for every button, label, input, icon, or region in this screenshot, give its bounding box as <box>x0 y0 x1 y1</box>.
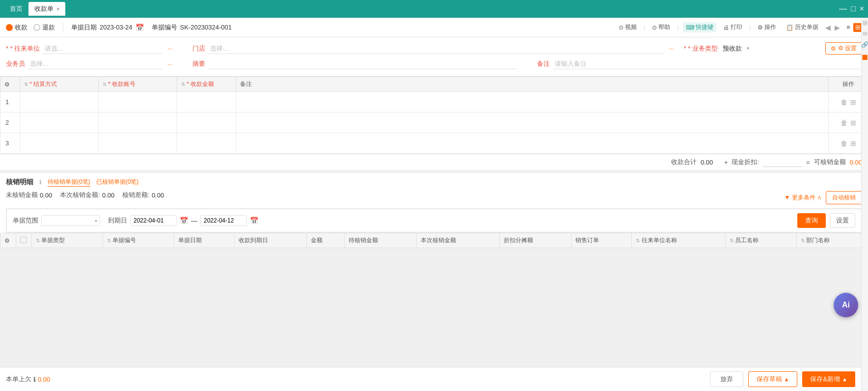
counterpart-label: * 往来单位 <box>6 44 40 53</box>
table-row: 3 🗑 ⊞ <box>0 133 868 154</box>
row2-account[interactable] <box>99 112 177 133</box>
remark-input[interactable] <box>553 58 862 69</box>
total-value: 0.00 <box>701 159 720 166</box>
discard-button[interactable]: 放弃 <box>710 371 743 387</box>
refund-radio[interactable]: 退款 <box>33 23 55 32</box>
staff-input[interactable] <box>28 58 163 69</box>
recon-actions: ▼ 更多条件 ∧ 自动核销 <box>784 191 862 204</box>
unchecked-label: 未核销金额 <box>6 191 38 199</box>
staff-field: 业务员 ··· <box>6 58 173 69</box>
staff-more-btn[interactable]: ··· <box>167 60 173 68</box>
operation-btn[interactable]: ⚙ 操作 <box>755 22 779 32</box>
recon-tab-pending[interactable]: 待核销单据(0笔) <box>48 178 90 187</box>
list-layout-icon[interactable]: ≡ <box>844 23 853 32</box>
summary-label: 摘要 <box>192 59 205 68</box>
row1-copy-icon[interactable]: ⊞ <box>850 98 856 106</box>
date-calendar-icon[interactable]: 📅 <box>136 24 144 31</box>
remark-field: 备注 <box>537 58 862 69</box>
row2-delete-icon[interactable]: 🗑 <box>841 119 847 127</box>
remark-label: 备注 <box>537 59 550 68</box>
sidebar-link-icon[interactable]: 🔗 <box>861 41 868 48</box>
btcol-pending: 待核销金额 <box>345 233 416 248</box>
recon-tab-done[interactable]: 已核销单据(0笔) <box>96 178 139 187</box>
row2-settlement[interactable] <box>20 112 99 133</box>
sidebar-expand-icon[interactable]: ◼ <box>862 52 868 61</box>
receipt-radio[interactable]: 收款 <box>6 23 27 32</box>
row3-remark[interactable] <box>236 133 829 154</box>
due-date-label: 到期日 <box>108 216 127 225</box>
counterpart-more-btn[interactable]: ··· <box>167 45 173 52</box>
shortcut-btn[interactable]: ⌨ 快捷键 <box>683 22 716 32</box>
row1-amount[interactable] <box>177 92 236 112</box>
btcol-gear[interactable]: ⚙ <box>0 233 16 248</box>
btcol-current-recon: 本次核销金额 <box>416 233 499 248</box>
counterpart-input[interactable] <box>43 43 163 54</box>
business-type-dropdown-icon[interactable]: ▾ <box>747 45 750 52</box>
footer-current-value: 0.00 <box>38 376 50 383</box>
sidebar-mail-icon[interactable]: ✉ <box>863 30 868 37</box>
tab-receipt-label: 收款单 <box>34 4 54 13</box>
row1-delete-icon[interactable]: 🗑 <box>841 98 847 106</box>
row2-remark[interactable] <box>236 112 829 133</box>
row1-remark[interactable] <box>236 92 829 112</box>
save-draft-button[interactable]: 保存草稿 ▲ <box>748 371 798 387</box>
diff-label: 核销差额: <box>122 191 150 199</box>
summary-field: 摘要 <box>192 58 517 69</box>
row1-account[interactable] <box>99 92 177 112</box>
date-from-calendar-icon[interactable]: 📅 <box>180 217 188 224</box>
btcol-number: ⇅ 单据编号 <box>103 233 174 248</box>
summary-input[interactable] <box>208 58 517 69</box>
store-more-btn[interactable]: ··· <box>669 45 674 52</box>
auto-recon-button[interactable]: 自动核销 <box>826 191 862 204</box>
date-to-input[interactable] <box>200 215 247 226</box>
help-btn[interactable]: ⊙ 帮助 <box>649 22 673 32</box>
footer-info-icon[interactable]: ℹ <box>33 376 36 383</box>
row1-settlement[interactable] <box>20 92 99 112</box>
row2-copy-icon[interactable]: ⊞ <box>850 119 856 127</box>
result-label: 可核销金额 <box>814 158 846 167</box>
close-icon[interactable]: × <box>860 4 864 13</box>
row3-delete-icon[interactable]: 🗑 <box>841 140 847 147</box>
minimize-icon[interactable]: — <box>839 4 847 13</box>
btcol-dept: ⇅ 部门名称 <box>796 233 868 248</box>
tab-home[interactable]: 首页 <box>4 2 28 16</box>
row-num-1: 1 <box>0 98 14 106</box>
range-select[interactable] <box>41 215 100 226</box>
ai-fab-button[interactable]: Ai <box>834 293 858 317</box>
btcol-staff: ⇅ 员工名称 <box>725 233 796 248</box>
video-btn[interactable]: ⊙ 视频 <box>616 22 640 32</box>
btcol-checkbox <box>16 233 32 248</box>
maximize-icon[interactable]: □ <box>851 4 856 13</box>
row3-copy-icon[interactable]: ⊞ <box>850 140 856 147</box>
sidebar-table-icon[interactable]: ⊞ <box>863 20 868 27</box>
col-amount: ⇅ * 收款金额 <box>177 77 236 92</box>
unchecked-stat: 未核销金额 0.00 <box>6 191 52 199</box>
print-btn[interactable]: 🖨 打印 <box>720 22 745 32</box>
date-to-calendar-icon[interactable]: 📅 <box>250 217 258 224</box>
row-num-2: 2 <box>0 119 14 126</box>
nav-prev-icon[interactable]: ◀ <box>825 24 831 31</box>
tab-receipt[interactable]: 收款单 × <box>28 2 65 16</box>
tab-close-icon[interactable]: × <box>56 6 59 12</box>
table-section: ⚙ ⇅ * 结算方式 ⇅ * 收款账号 ⇅ * 收款金额 <box>0 77 868 170</box>
discount-input[interactable] <box>763 157 802 167</box>
store-label: 门店 <box>192 44 205 53</box>
date-from-input[interactable] <box>130 215 177 226</box>
filter-settings-button[interactable]: 设置 <box>830 213 855 228</box>
more-conditions-btn[interactable]: ▼ 更多条件 ∧ <box>784 194 822 202</box>
nav-next-icon[interactable]: ▶ <box>835 24 840 31</box>
table-gear-icon[interactable]: ⚙ <box>4 81 10 88</box>
row3-settlement[interactable] <box>20 133 99 154</box>
store-input[interactable] <box>208 43 664 54</box>
save-new-button[interactable]: 保存&新增 ▲ <box>802 371 855 387</box>
row2-amount[interactable] <box>177 112 236 133</box>
select-all-checkbox[interactable] <box>20 237 27 243</box>
query-button[interactable]: 查询 <box>797 213 826 228</box>
row3-account[interactable] <box>99 133 177 154</box>
bottom-table-wrap: ⚙ ⇅ 单据类型 ⇅ 单据编号 单据日期 收款到期日 金额 待核销金额 本次核销… <box>0 233 868 248</box>
history-btn[interactable]: 📋 历史单据 <box>783 22 821 32</box>
row3-amount[interactable] <box>177 133 236 154</box>
recon-info-icon[interactable]: ℹ <box>39 179 42 186</box>
col-account: ⇅ * 收款账号 <box>99 77 177 92</box>
settings-button[interactable]: ⚙ ⚙ 设置 <box>825 42 862 55</box>
